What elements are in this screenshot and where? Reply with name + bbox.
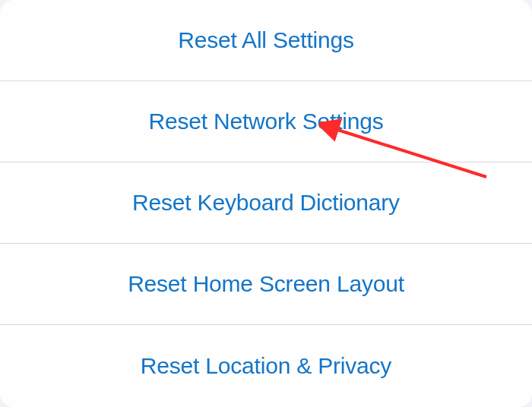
reset-location-privacy-label: Reset Location & Privacy xyxy=(141,353,391,379)
reset-home-screen-layout-item[interactable]: Reset Home Screen Layout xyxy=(0,244,532,325)
reset-network-settings-label: Reset Network Settings xyxy=(148,109,383,134)
reset-all-settings-label: Reset All Settings xyxy=(178,27,354,53)
reset-menu-list: Reset All Settings Reset Network Setting… xyxy=(0,0,532,407)
reset-network-settings-item[interactable]: Reset Network Settings xyxy=(0,81,532,162)
reset-home-screen-layout-label: Reset Home Screen Layout xyxy=(128,271,404,297)
reset-keyboard-dictionary-label: Reset Keyboard Dictionary xyxy=(132,190,400,216)
reset-all-settings-item[interactable]: Reset All Settings xyxy=(0,0,532,81)
reset-keyboard-dictionary-item[interactable]: Reset Keyboard Dictionary xyxy=(0,162,532,244)
reset-location-privacy-item[interactable]: Reset Location & Privacy xyxy=(0,325,532,406)
